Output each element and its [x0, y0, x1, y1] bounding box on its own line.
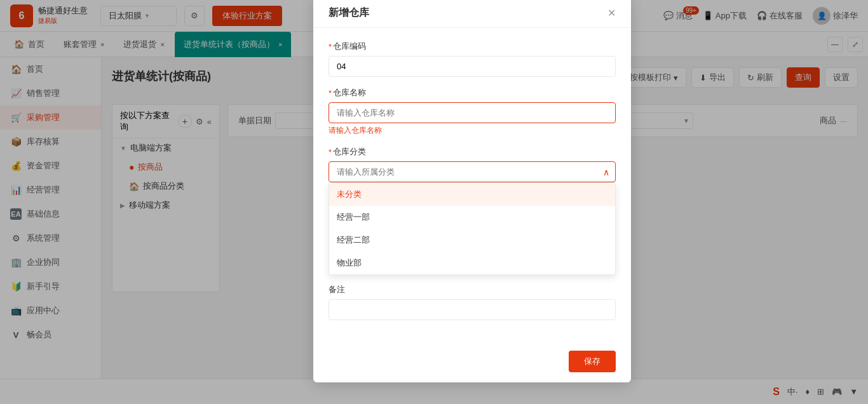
required-star-3: *	[329, 147, 332, 157]
required-star-2: *	[329, 88, 332, 98]
warehouse-code-group: * 仓库编码	[329, 41, 616, 77]
required-star-1: *	[329, 42, 332, 51]
warehouse-note-group: 备注	[329, 284, 616, 320]
warehouse-name-input[interactable]	[329, 102, 616, 123]
warehouse-code-input[interactable]	[329, 56, 616, 77]
chevron-up-icon[interactable]: ∧	[603, 167, 609, 177]
modal-footer: 保存	[313, 343, 631, 382]
modal-overlay[interactable]: 新增仓库 ✕ * 仓库编码 * 仓库名称 请输入仓库名称	[0, 0, 868, 404]
warehouse-category-group: * 仓库分类 ∧ 未分类 经营一部 经营二部	[329, 146, 616, 182]
dropdown-item-ops1[interactable]: 经营一部	[329, 206, 615, 229]
modal-title: 新增仓库	[329, 6, 369, 20]
warehouse-category-label: * 仓库分类	[329, 146, 616, 158]
warehouse-name-group: * 仓库名称 请输入仓库名称	[329, 87, 616, 136]
modal-body: * 仓库编码 * 仓库名称 请输入仓库名称 * 仓库分类	[313, 28, 631, 343]
warehouse-note-label: 备注	[329, 284, 616, 295]
warehouse-code-label: * 仓库编码	[329, 41, 616, 52]
warehouse-name-error: 请输入仓库名称	[329, 125, 616, 136]
dropdown-item-uncategorized[interactable]: 未分类	[329, 183, 615, 206]
warehouse-note-input[interactable]	[329, 299, 616, 320]
category-dropdown: 未分类 经营一部 经营二部 物业部	[329, 182, 616, 275]
warehouse-category-input[interactable]	[329, 161, 616, 182]
warehouse-category-input-wrapper: ∧	[329, 161, 616, 182]
new-warehouse-modal: 新增仓库 ✕ * 仓库编码 * 仓库名称 请输入仓库名称	[313, 0, 631, 382]
dropdown-item-property[interactable]: 物业部	[329, 252, 615, 274]
dropdown-item-ops2[interactable]: 经营二部	[329, 229, 615, 252]
warehouse-name-label: * 仓库名称	[329, 87, 616, 98]
modal-header: 新增仓库 ✕	[313, 0, 631, 28]
save-button[interactable]: 保存	[569, 351, 616, 372]
modal-close-button[interactable]: ✕	[607, 8, 616, 18]
